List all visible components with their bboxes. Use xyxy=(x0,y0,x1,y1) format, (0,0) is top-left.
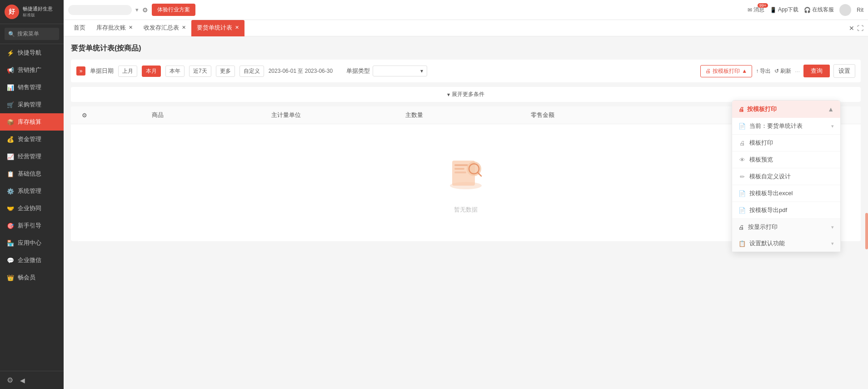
current-template-icon: 📄 xyxy=(738,122,746,130)
sidebar-item-member[interactable]: 👑 畅会员 xyxy=(0,269,64,286)
sidebar-logo: 好 畅捷通好生意 标准版 xyxy=(0,0,64,24)
date-range-display: 2023-06-01 至 2023-06-30 xyxy=(269,67,333,75)
inventory-icon: 📦 xyxy=(7,118,14,126)
collapse-sidebar-button[interactable]: ◀ xyxy=(20,376,25,384)
template-print-icon: 🖨 xyxy=(738,139,746,147)
expand-arrows-icon: » xyxy=(80,68,83,74)
more-options-icon[interactable]: ··· xyxy=(795,68,800,75)
settings-footer-button[interactable]: ⚙ xyxy=(7,376,13,384)
export-icon: ↑ xyxy=(756,68,758,74)
display-print-icon: 🖨 xyxy=(738,224,744,231)
tab-collection[interactable]: 收发存汇总表 ✕ xyxy=(138,20,191,36)
dropdown-close-icon[interactable]: ▲ xyxy=(828,106,834,113)
logo-icon: 好 xyxy=(5,5,19,19)
col-settings[interactable]: ⚙ xyxy=(75,107,94,123)
dropdown-template-export-pdf[interactable]: 📄 按模板导出pdf xyxy=(732,202,840,219)
sidebar-item-appstore[interactable]: 🏪 应用中心 xyxy=(0,234,64,252)
tab-batch-label: 库存批次账 xyxy=(96,24,126,32)
app-tag: 标准版 xyxy=(23,12,53,18)
date-prev-month-btn[interactable]: 上月 xyxy=(118,66,137,77)
sidebar-item-system[interactable]: ⚙️ 系统管理 xyxy=(0,182,64,200)
message-button[interactable]: ✉ 消息 99+ xyxy=(748,6,764,14)
dropdown-template-export-excel[interactable]: 📄 按模板导出excel xyxy=(732,185,840,202)
svg-rect-4 xyxy=(454,172,466,173)
finance-icon: 💰 xyxy=(7,136,14,143)
sidebar-item-inventory[interactable]: 📦 库存核算 xyxy=(0,113,64,131)
dropdown-current-template[interactable]: 📄 当前：要货单统计表 ▾ xyxy=(732,118,840,135)
svg-rect-3 xyxy=(454,168,464,170)
sidebar-item-label: 营销推广 xyxy=(18,66,41,74)
print-dropdown-icon: 🖨 xyxy=(738,106,744,113)
dropdown-display-print[interactable]: 🖨 按显示打印 ▾ xyxy=(732,219,840,235)
settings-button[interactable]: 设置 xyxy=(833,64,855,78)
query-button[interactable]: 查询 xyxy=(803,65,830,77)
tab-order-stats-close[interactable]: ✕ xyxy=(235,25,239,30)
print-dropdown-menu: 🖨 按模板打印 ▲ 📄 当前：要货单统计表 ▾ 🖨 模板打印 👁 模板预览 xyxy=(732,100,841,252)
tab-batch-close[interactable]: ✕ xyxy=(129,25,133,30)
date-current-year-btn[interactable]: 本年 xyxy=(165,66,185,77)
search-menu-button[interactable]: 🔍 搜索菜单 xyxy=(5,28,59,40)
dropdown-template-print[interactable]: 🖨 模板打印 xyxy=(732,135,840,152)
service-icon: 🎧 xyxy=(804,7,811,13)
tabs-close-all-button[interactable]: ✕ xyxy=(849,25,854,32)
tab-batch[interactable]: 库存批次账 ✕ xyxy=(91,20,138,36)
shortcut-icon: ⚡ xyxy=(7,49,14,56)
select-chevron-icon: ▾ xyxy=(420,68,423,74)
app-download-button[interactable]: 📱 App下载 xyxy=(770,6,798,14)
system-icon: ⚙️ xyxy=(7,187,14,195)
search-icon: 🔍 xyxy=(8,31,15,37)
set-default-chevron: ▾ xyxy=(831,241,834,247)
enterprise-icon: 🤝 xyxy=(7,205,14,212)
settings-col-icon: ⚙ xyxy=(82,112,87,119)
sidebar: 好 畅捷通好生意 标准版 🔍 搜索菜单 ⚡ 快捷导航 📢 营销推广 📊 销售管理… xyxy=(0,0,64,389)
sidebar-item-sales[interactable]: 📊 销售管理 xyxy=(0,79,64,96)
topbar-chevron-icon[interactable]: ▾ xyxy=(135,6,139,13)
expand-more-chevron-icon: ▾ xyxy=(447,91,450,98)
dropdown-template-design[interactable]: ✏ 模板自定义设计 xyxy=(732,168,840,185)
tab-order-stats[interactable]: 要货单统计表 ✕ xyxy=(191,20,244,36)
print-icon: 🖨 xyxy=(705,68,711,74)
order-type-select[interactable]: ▾ xyxy=(373,66,427,76)
sidebar-item-finance[interactable]: 💰 资金管理 xyxy=(0,131,64,148)
template-design-icon: ✏ xyxy=(738,173,746,180)
print-template-button[interactable]: 🖨 按模板打印 ▲ xyxy=(700,65,752,77)
dropdown-title-area: 🖨 按模板打印 xyxy=(738,105,777,113)
filter-expand-button[interactable]: » xyxy=(76,66,85,76)
dropdown-set-default[interactable]: 📋 设置默认功能 ▾ xyxy=(732,235,840,252)
topbar-gear-icon[interactable]: ⚙ xyxy=(142,6,148,14)
order-type-label: 单据类型 xyxy=(346,67,370,75)
date-more-btn[interactable]: 更多 xyxy=(216,66,235,77)
export-button[interactable]: ↑ 导出 xyxy=(756,67,771,75)
sidebar-item-shortcut[interactable]: ⚡ 快捷导航 xyxy=(0,44,64,61)
date-custom-btn[interactable]: 自定义 xyxy=(239,66,264,77)
date-current-month-btn[interactable]: 本月 xyxy=(142,66,161,77)
sidebar-item-wechat[interactable]: 💬 企业微信 xyxy=(0,252,64,269)
marketing-icon: 📢 xyxy=(7,66,14,74)
topbar-search-input[interactable] xyxy=(68,5,132,15)
date-7days-btn[interactable]: 近7天 xyxy=(189,66,211,77)
sidebar-item-label: 应用中心 xyxy=(18,239,41,247)
tab-home[interactable]: 首页 xyxy=(68,20,91,36)
tabs-expand-button[interactable]: ⛶ xyxy=(857,25,863,32)
sidebar-item-basic[interactable]: 📋 基础信息 xyxy=(0,165,64,182)
filter-bar: » 单据日期 上月 本月 本年 近7天 更多 自定义 2023-06-01 至 … xyxy=(71,60,861,82)
refresh-button[interactable]: ↺ 刷新 xyxy=(774,67,791,75)
sidebar-item-guide[interactable]: 🎯 新手引导 xyxy=(0,217,64,234)
dropdown-header: 🖨 按模板打印 ▲ xyxy=(732,101,840,118)
basic-icon: 📋 xyxy=(7,170,14,177)
username-label: Rit xyxy=(857,7,863,13)
sidebar-item-marketing[interactable]: 📢 营销推广 xyxy=(0,61,64,79)
sidebar-item-enterprise[interactable]: 🤝 企业协同 xyxy=(0,200,64,217)
sidebar-item-label: 企业微信 xyxy=(18,256,41,264)
topbar-right: ✉ 消息 99+ 📱 App下载 🎧 在线客服 Rit xyxy=(748,4,863,16)
user-avatar[interactable] xyxy=(839,4,851,16)
experience-btn[interactable]: 体验行业方案 xyxy=(152,4,195,16)
online-service-button[interactable]: 🎧 在线客服 xyxy=(804,6,834,14)
dropdown-template-preview[interactable]: 👁 模板预览 xyxy=(732,152,840,168)
right-scrollbar[interactable] xyxy=(865,213,868,249)
tab-collection-close[interactable]: ✕ xyxy=(182,25,186,30)
sidebar-item-purchase[interactable]: 🛒 采购管理 xyxy=(0,96,64,113)
message-badge: 99+ xyxy=(758,3,768,8)
sales-icon: 📊 xyxy=(7,84,14,91)
sidebar-item-operation[interactable]: 📈 经营管理 xyxy=(0,148,64,165)
